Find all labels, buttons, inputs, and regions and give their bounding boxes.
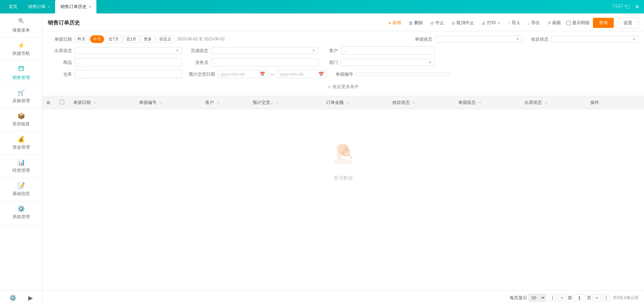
sidebar-item-finance-mgmt[interactable]: 💰 资金管理 (0, 131, 42, 155)
date-btn-3days[interactable]: 今天 (90, 35, 104, 43)
cancel-stop-button[interactable]: ⊘ 取消中止 (449, 18, 476, 27)
date-btn-today[interactable]: 昨天 (75, 35, 89, 43)
tab-sales-order[interactable]: 销售订单 × (23, 0, 55, 13)
sort-order-status-icon: ⇅ (478, 101, 481, 105)
warehouse-input[interactable]: ... (75, 70, 182, 78)
sidebar-item-system-mgmt[interactable]: ⚙️ 系统管理 (0, 201, 42, 224)
order-number-input[interactable] (356, 73, 450, 76)
product-ellipsis-icon: ... (78, 60, 81, 65)
calendar-to-icon: 📅 (318, 72, 324, 77)
pagination: ⟨ < 第 页 > ⟩ (549, 294, 610, 301)
page-size-dropdown[interactable]: 50 10 20 100 (528, 294, 546, 302)
department-label: 部门 (324, 60, 341, 66)
page-number-input[interactable] (573, 294, 586, 301)
shipment-status-select[interactable]: ▼ (75, 47, 182, 54)
new-icon: + (389, 21, 391, 26)
date-btn-7days[interactable]: 近7天 (105, 35, 122, 43)
prev-page-btn[interactable]: < (558, 294, 566, 301)
department-select[interactable]: ▼ (341, 59, 435, 66)
refresh-button[interactable]: ↺ 刷新 (545, 18, 563, 27)
warehouse-ellipsis-icon: ... (78, 72, 81, 77)
sidebar: 搜索菜单 ⚡ 快捷导航 销售管理 🛒 采购管理 📦 库存核算 💰 资金管理 📊 … (0, 13, 42, 305)
tab-sales-order-close[interactable]: × (48, 5, 50, 9)
th-number[interactable]: 单据编号 ⇅ (135, 96, 201, 109)
settings-gear-icon: ⚙ (46, 100, 50, 105)
page-title: 销售订单历史 (48, 20, 80, 27)
order-status-select[interactable]: ▼ (435, 36, 522, 43)
sidebar-item-basic-info[interactable]: 📝 基础信息 (0, 178, 42, 201)
sidebar-settings-btn[interactable]: ⚙️ (9, 294, 16, 302)
th-order-status-label: 单据状态 (458, 100, 476, 105)
tab-home[interactable]: 首页 (3, 0, 23, 13)
sort-customer-icon: ⇅ (217, 101, 219, 105)
import-button[interactable]: ↑ 导入 (506, 18, 522, 27)
show-detail-checkbox[interactable] (566, 21, 571, 25)
select-all-checkbox[interactable] (60, 100, 64, 104)
th-order-amount[interactable]: 订单金额 ⇅ (322, 96, 388, 109)
completion-status-label: 完成状态 (187, 48, 211, 54)
sidebar-item-operation-mgmt[interactable]: 📊 经营管理 (0, 155, 42, 178)
th-settings[interactable]: ⚙ (42, 96, 56, 109)
svg-line-1 (22, 22, 24, 23)
payment-status-select[interactable]: ▼ (551, 36, 639, 43)
sort-payment-status-icon: ⇅ (413, 101, 415, 105)
print-button[interactable]: 🖨 打印 ▼ (479, 18, 503, 27)
first-page-icon: ⟨ (552, 295, 553, 300)
th-shipment-status-label: 出库状态 (524, 100, 542, 105)
last-page-btn[interactable]: ⟩ (602, 294, 610, 301)
sidebar-item-inventory-check[interactable]: 📦 库存核算 (0, 108, 42, 131)
sidebar-item-purchase-mgmt[interactable]: 🛒 采购管理 (0, 85, 42, 108)
expected-date-from[interactable]: yyyy-mm-dd 📅 (218, 70, 268, 78)
settings-button[interactable]: 设置 (617, 17, 639, 28)
tab-sales-order-history-close[interactable]: × (89, 5, 91, 9)
empty-text: 暂无数据 (334, 175, 353, 181)
date-label: 单据日期 (48, 36, 75, 42)
date-btn-1month[interactable]: 近1月 (123, 35, 140, 43)
tab-sales-order-history-label: 销售订单历史 (60, 4, 87, 10)
last-page-icon: ⟩ (605, 295, 607, 300)
sidebar-item-quick-nav[interactable]: ⚡ 快捷导航 (0, 38, 42, 61)
page-header: 销售订单历史 + 新增 🗑 删除 ⊘ 中止 ⊘ 取消中止 (42, 13, 644, 31)
date-filter-btns: 昨天 今天 近7天 近1月 更多 自定义 (75, 35, 174, 43)
empty-icon (327, 136, 360, 170)
sidebar-item-search-menu[interactable]: 搜索菜单 (0, 13, 42, 38)
sidebar-item-sales-mgmt[interactable]: 销售管理 (0, 61, 42, 85)
system-mgmt-icon: ⚙️ (17, 205, 25, 213)
th-customer[interactable]: 客户 ⇅ (201, 96, 249, 109)
delete-icon: 🗑 (409, 21, 413, 26)
delete-button[interactable]: 🗑 删除 (406, 18, 425, 27)
th-shipment-status[interactable]: 出库状态 ⇅ (520, 96, 586, 109)
new-button[interactable]: + 新增 (387, 18, 403, 27)
date-btn-more[interactable]: 更多 (141, 35, 155, 43)
tab-home-label: 首页 (9, 4, 17, 10)
show-detail-checkbox-label[interactable]: 显示明细 (566, 20, 590, 26)
stop-button[interactable]: ⊘ 中止 (428, 18, 446, 27)
window-close-btn[interactable]: ✕ (634, 2, 641, 11)
th-payment-status[interactable]: 收款状态 ⇅ (388, 96, 454, 109)
next-page-icon: > (596, 295, 598, 300)
customer-input[interactable]: ... (341, 46, 435, 55)
main-layout: 搜索菜单 ⚡ 快捷导航 销售管理 🛒 采购管理 📦 库存核算 💰 资金管理 📊 … (0, 13, 644, 305)
th-checkbox[interactable] (56, 96, 69, 109)
export-button[interactable]: ↓ 导出 (526, 18, 542, 27)
completion-status-select[interactable]: ▼ (211, 47, 318, 54)
tab-bar: 首页 销售订单 × 销售订单历史 × (3, 0, 614, 13)
expected-date-to[interactable]: yyyy-mm-dd 📅 (276, 70, 327, 78)
brand-text: OfTEn (612, 3, 627, 8)
next-page-btn[interactable]: > (593, 294, 601, 301)
collapse-bar[interactable]: ∧ 收起更多条件 (48, 82, 639, 92)
top-bar: 首页 销售订单 × 销售订单历史 × OfTEn — □ ✕ (0, 0, 644, 13)
query-button[interactable]: 查询 (593, 18, 614, 28)
product-input[interactable]: ... (75, 58, 182, 67)
th-order-status[interactable]: 单据状态 ⇅ (454, 96, 520, 109)
th-date[interactable]: 单据日期 ⇅ (69, 96, 135, 109)
basic-info-icon: 📝 (17, 182, 25, 189)
sidebar-item-finance-mgmt-label: 资金管理 (12, 144, 30, 150)
salesperson-input[interactable]: ... (211, 58, 318, 67)
date-btn-custom[interactable]: 自定义 (156, 35, 174, 43)
sidebar-bottom: ⚙️ ▶ (0, 291, 42, 305)
first-page-btn[interactable]: ⟨ (549, 294, 556, 301)
th-expected-date[interactable]: 预计交货... ⇅ (249, 96, 323, 109)
sidebar-expand-btn[interactable]: ▶ (28, 294, 33, 302)
tab-sales-order-history[interactable]: 销售订单历史 × (55, 0, 96, 13)
